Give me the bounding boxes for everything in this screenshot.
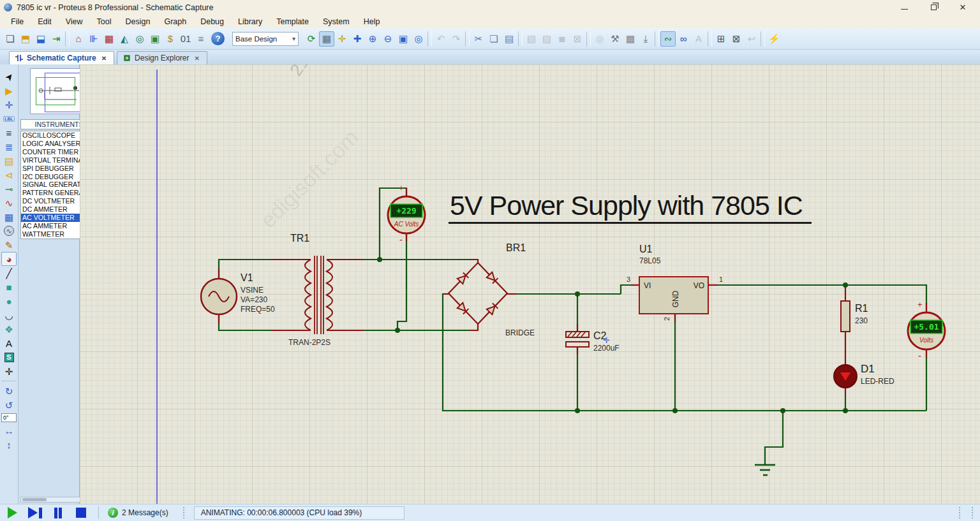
minimize-button[interactable] bbox=[898, 2, 910, 13]
component-br1-bridge[interactable]: BR1 BRIDGE bbox=[449, 242, 535, 337]
project-notes-button[interactable]: ≡ bbox=[193, 31, 209, 47]
2d-symbol-button[interactable]: S bbox=[1, 350, 17, 364]
grid-toggle-button[interactable]: ▦ bbox=[319, 31, 334, 47]
design-selector-dropdown[interactable]: Base Design ▾ bbox=[232, 32, 299, 46]
pcb-layout-button[interactable]: ▦ bbox=[101, 31, 117, 47]
origin-button[interactable]: ✛ bbox=[334, 31, 350, 47]
2d-text-button[interactable]: A bbox=[1, 336, 17, 350]
generator-mode-button[interactable]: ∿ bbox=[1, 224, 17, 238]
property-assignment-button[interactable]: A bbox=[691, 31, 706, 47]
2d-arc-button[interactable]: ◡ bbox=[1, 308, 17, 322]
new-design-button[interactable]: ❏ bbox=[3, 31, 18, 47]
component-c2-capacitor[interactable]: C2 2200uF ✛ bbox=[566, 330, 620, 353]
device-pin-mode-button[interactable]: ⊸ bbox=[1, 182, 17, 196]
search-tag-button[interactable]: ∞ bbox=[676, 31, 691, 47]
gerber-viewer-button[interactable]: ◎ bbox=[132, 31, 147, 47]
graph-mode-button[interactable]: ∿ bbox=[1, 196, 17, 210]
redo-button[interactable]: ↷ bbox=[449, 31, 464, 47]
tab-schematic-capture[interactable]: Schematic Capture ✕ bbox=[9, 51, 114, 64]
bill-of-materials-button[interactable]: $ bbox=[163, 31, 178, 47]
save-design-button[interactable]: ⬓ bbox=[33, 31, 48, 47]
copy-button[interactable]: ❏ bbox=[486, 31, 501, 47]
tab-design-explorer[interactable]: Design Explorer ✕ bbox=[117, 51, 207, 64]
new-root-sheet-button[interactable]: ⊞ bbox=[713, 31, 729, 47]
zoom-area-button[interactable]: ▣ bbox=[396, 31, 411, 47]
menu-item[interactable]: Tool bbox=[90, 16, 119, 27]
pan-button[interactable]: ✚ bbox=[350, 31, 365, 47]
pick-parts-button[interactable]: ◎ bbox=[592, 31, 607, 47]
2d-line-button[interactable]: ╱ bbox=[1, 266, 17, 280]
block-rotate-button[interactable]: ◙ bbox=[554, 31, 570, 47]
tab-close-icon[interactable]: ✕ bbox=[193, 54, 200, 62]
component-mode-button[interactable]: ▶ bbox=[1, 84, 17, 98]
menu-item[interactable]: File bbox=[4, 16, 31, 27]
component-u1-regulator[interactable]: VI VO GND 3 1 2 U1 78L05 bbox=[627, 244, 723, 321]
decompose-button[interactable]: ⤓ bbox=[638, 31, 653, 47]
menu-item[interactable]: Design bbox=[119, 16, 158, 27]
zoom-all-button[interactable]: ◎ bbox=[411, 31, 426, 47]
paste-button[interactable]: ▤ bbox=[501, 31, 517, 47]
electrical-rule-check-button[interactable]: ⚡ bbox=[766, 31, 782, 47]
help-button[interactable]: ? bbox=[211, 32, 225, 45]
menu-item[interactable]: Edit bbox=[31, 16, 59, 27]
junction-dot-mode-button[interactable]: ✛ bbox=[1, 98, 17, 112]
block-delete-button[interactable]: ⊠ bbox=[570, 31, 585, 47]
remove-sheet-button[interactable]: ⊠ bbox=[729, 31, 744, 47]
component-v1-vsine[interactable]: V1 VSINE VA=230 FREQ=50 bbox=[201, 272, 275, 314]
text-script-mode-button[interactable]: ≡ bbox=[1, 126, 17, 140]
3d-viewer-button[interactable]: ◭ bbox=[117, 31, 132, 47]
tab-close-icon[interactable]: ✕ bbox=[100, 54, 108, 62]
menu-item[interactable]: Library bbox=[231, 16, 269, 27]
exit-to-parent-button[interactable]: ↩ bbox=[744, 31, 759, 47]
rotate-anticlockwise-button[interactable]: ↺ bbox=[1, 398, 17, 412]
wire-autorouter-button[interactable]: ∾ bbox=[660, 31, 676, 47]
rotation-angle-field[interactable] bbox=[1, 413, 17, 422]
packaging-tool-button[interactable]: ▩ bbox=[623, 31, 638, 47]
wire-label-mode-button[interactable]: LBL bbox=[1, 112, 17, 126]
overview-thumbnail[interactable] bbox=[30, 68, 87, 114]
schematic-capture-button[interactable]: ⊪ bbox=[86, 31, 101, 47]
stop-simulation-button[interactable] bbox=[73, 506, 89, 519]
mirror-horizontal-button[interactable]: ↔ bbox=[1, 423, 17, 437]
pause-simulation-button[interactable] bbox=[50, 506, 66, 519]
schematic-canvas[interactable]: 21.59 edigisoft.com 5V Power Supply with… bbox=[80, 64, 980, 504]
selection-mode-button[interactable]: ➤ bbox=[1, 70, 17, 84]
2d-circle-button[interactable]: ● bbox=[1, 294, 17, 308]
message-counter[interactable]: i 2 Message(s) bbox=[108, 508, 175, 518]
menu-item[interactable]: View bbox=[59, 16, 90, 27]
close-button[interactable]: ✕ bbox=[957, 2, 969, 13]
zoom-in-button[interactable]: ⊕ bbox=[365, 31, 380, 47]
voltage-probe-mode-button[interactable]: ✎ bbox=[1, 238, 17, 252]
rotate-clockwise-button[interactable]: ↻ bbox=[1, 384, 17, 398]
bus-mode-button[interactable]: ≣ bbox=[1, 140, 17, 154]
menu-item[interactable]: System bbox=[316, 16, 357, 27]
zoom-out-button[interactable]: ⊖ bbox=[380, 31, 396, 47]
redraw-button[interactable]: ⟳ bbox=[304, 31, 319, 47]
make-device-button[interactable]: ⚒ bbox=[607, 31, 623, 47]
2d-path-button[interactable]: ❖ bbox=[1, 322, 17, 336]
menu-item[interactable]: Debug bbox=[193, 16, 231, 27]
subcircuit-mode-button[interactable]: ▤ bbox=[1, 154, 17, 168]
block-move-button[interactable]: ▨ bbox=[539, 31, 554, 47]
terminal-mode-button[interactable]: ⊲ bbox=[1, 168, 17, 182]
mirror-vertical-button[interactable]: ↕ bbox=[1, 437, 17, 451]
run-simulation-button[interactable] bbox=[4, 506, 20, 519]
block-copy-button[interactable]: ▧ bbox=[524, 31, 539, 47]
cut-button[interactable]: ✂ bbox=[471, 31, 486, 47]
menu-item[interactable]: Help bbox=[357, 16, 387, 27]
2d-marker-button[interactable]: ✛ bbox=[1, 364, 17, 378]
restore-button[interactable] bbox=[928, 2, 939, 13]
step-simulation-button[interactable] bbox=[27, 506, 43, 519]
menu-item[interactable]: Graph bbox=[157, 16, 193, 27]
open-design-button[interactable]: ⬒ bbox=[18, 31, 33, 47]
scrollbar-thumb[interactable] bbox=[22, 498, 47, 501]
import-export-button[interactable]: ⇥ bbox=[48, 31, 64, 47]
source-code-button[interactable]: 01 bbox=[178, 31, 193, 47]
component-d1-led[interactable]: D1 LED-RED bbox=[834, 363, 895, 388]
component-r1-resistor[interactable]: R1 230 bbox=[841, 301, 868, 332]
menu-item[interactable]: Template bbox=[269, 16, 316, 27]
2d-box-button[interactable]: ■ bbox=[1, 280, 17, 294]
design-explorer-button[interactable]: ▣ bbox=[147, 31, 163, 47]
virtual-instruments-mode-button[interactable]: ◕ bbox=[1, 252, 17, 266]
tape-recorder-mode-button[interactable]: ▦ bbox=[1, 210, 17, 224]
